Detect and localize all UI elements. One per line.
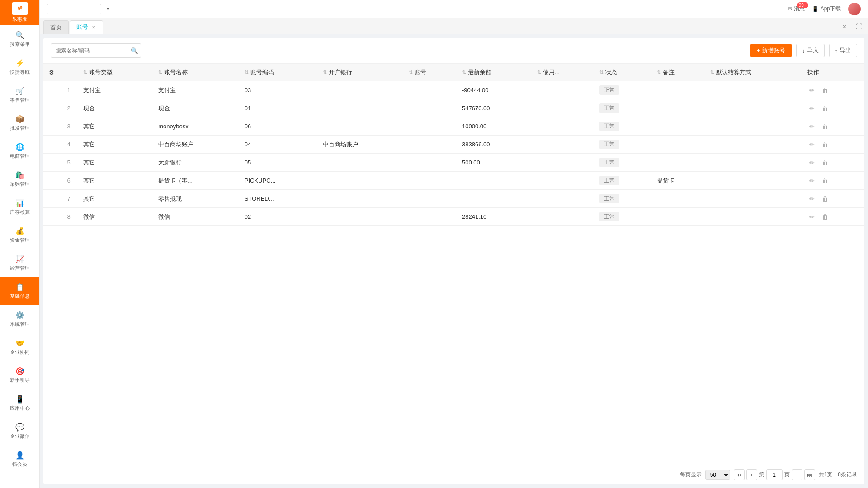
tab-account-close[interactable]: ✕ [91, 24, 96, 30]
edit-btn[interactable]: ✏ [807, 212, 816, 221]
row-usage [532, 117, 594, 136]
sidebar-item-capital-mgmt[interactable]: 💰 资金管理 [0, 221, 39, 249]
delete-btn[interactable]: 🗑 [820, 122, 830, 131]
row-code: STORED... [239, 190, 317, 208]
row-num: 7 [60, 190, 78, 208]
topbar-dropdown[interactable]: ▾ [107, 6, 109, 12]
sidebar-item-app-center[interactable]: 📱 应用中心 [0, 389, 39, 417]
edit-btn[interactable]: ✏ [807, 158, 816, 167]
th-default-settle[interactable]: ⇅默认结算方式 [705, 64, 802, 81]
th-remark[interactable]: ⇅备注 [651, 64, 705, 81]
sidebar-item-basic-info[interactable]: 📋 基础信息 [0, 277, 39, 305]
table-footer: 每页显示 50 100 200 ⏮ ‹ 第 页 › ⏭ 共1页，8条记录 [43, 465, 864, 484]
next-page-btn[interactable]: › [792, 469, 802, 480]
row-settings [43, 99, 60, 117]
sidebar-item-ops-mgmt[interactable]: 📈 经营管理 [0, 249, 39, 277]
sidebar-item-retail-mgmt[interactable]: 🛒 零售管理 [0, 81, 39, 109]
message-badge: 99+ [797, 2, 808, 8]
tab-home-label: 首页 [50, 23, 62, 32]
edit-btn[interactable]: ✏ [807, 122, 816, 131]
row-num: 1 [60, 81, 78, 99]
table-row: 5 其它 大新银行 05 500.00 正常 ✏ 🗑 [43, 154, 864, 172]
row-default-settle [705, 99, 802, 117]
ops-mgmt-icon: 📈 [15, 254, 24, 263]
row-ops: ✏ 🗑 [802, 99, 864, 117]
sidebar-item-quick-nav[interactable]: ⚡ 快捷导航 [0, 53, 39, 81]
edit-btn[interactable]: ✏ [807, 176, 816, 185]
row-settings [43, 117, 60, 136]
sidebar-item-member[interactable]: 👤 畅会员 [0, 445, 39, 473]
edit-btn[interactable]: ✏ [807, 104, 816, 113]
row-account [403, 81, 457, 99]
sidebar-item-sys-mgmt[interactable]: ⚙️ 系统管理 [0, 305, 39, 333]
export-btn[interactable]: ↑ 导出 [829, 44, 858, 57]
page-size-select[interactable]: 50 100 200 [705, 470, 730, 480]
row-type: 其它 [78, 117, 153, 136]
th-usage[interactable]: ⇅使用... [532, 64, 594, 81]
tab-account[interactable]: 账号✕ [70, 20, 103, 34]
th-settings[interactable]: ⚙ [43, 64, 60, 81]
edit-btn[interactable]: ✏ [807, 194, 816, 203]
row-default-settle [705, 117, 802, 136]
search-input[interactable] [51, 45, 128, 56]
sidebar: 鲜 乐惠版 🔍 搜索菜单 ⚡ 快捷导航 🛒 零售管理 📦 批发管理 🌐 电商管理… [0, 0, 40, 488]
th-account[interactable]: ⇅账号 [403, 64, 457, 81]
row-balance: -90444.00 [457, 81, 532, 99]
row-usage [532, 99, 594, 117]
user-avatar[interactable] [848, 3, 861, 15]
import-icon: ↓ [802, 47, 805, 54]
th-status[interactable]: ⇅状态 [594, 64, 651, 81]
sidebar-item-ecom-mgmt[interactable]: 🌐 电商管理 [0, 137, 39, 165]
th-bank[interactable]: ⇅开户银行 [317, 64, 404, 81]
table-container: ⚙ ⇅账号类型 ⇅账号名称 ⇅账号编码 ⇅开户银行 ⇅账号 ⇅最新余额 ⇅使用.… [43, 64, 864, 465]
tab-close-all-btn[interactable]: ✕ [839, 21, 850, 32]
table-header-row: ⚙ ⇅账号类型 ⇅账号名称 ⇅账号编码 ⇅开户银行 ⇅账号 ⇅最新余额 ⇅使用.… [43, 64, 864, 81]
row-type: 支付宝 [78, 81, 153, 99]
last-page-btn[interactable]: ⏭ [804, 469, 815, 480]
app-icon: 📱 [812, 6, 819, 12]
th-balance[interactable]: ⇅最新余额 [457, 64, 532, 81]
edit-btn[interactable]: ✏ [807, 86, 816, 95]
sidebar-item-enterprise-wechat[interactable]: 💬 企业微信 [0, 417, 39, 445]
delete-btn[interactable]: 🗑 [820, 140, 830, 149]
table-row: 7 其它 零售抵现 STORED... 正常 ✏ 🗑 [43, 190, 864, 208]
sidebar-item-wholesale-mgmt[interactable]: 📦 批发管理 [0, 109, 39, 137]
sidebar-item-search-menu[interactable]: 🔍 搜索菜单 [0, 25, 39, 53]
delete-btn[interactable]: 🗑 [820, 194, 830, 203]
page-input[interactable] [766, 469, 783, 480]
row-account [403, 117, 457, 136]
sidebar-item-enterprise-agreement[interactable]: 🤝 企业协同 [0, 333, 39, 361]
row-num: 5 [60, 154, 78, 172]
app-center-icon: 📱 [15, 394, 24, 404]
tab-fullscreen-btn[interactable]: ⛶ [854, 21, 864, 32]
row-type: 其它 [78, 190, 153, 208]
row-code: 02 [239, 208, 317, 226]
delete-btn[interactable]: 🗑 [820, 176, 830, 185]
tab-home[interactable]: 首页 [43, 20, 69, 34]
row-name: 大新银行 [153, 154, 239, 172]
prev-page-btn[interactable]: ‹ [746, 469, 757, 480]
edit-btn[interactable]: ✏ [807, 140, 816, 149]
delete-btn[interactable]: 🗑 [820, 104, 830, 113]
delete-btn[interactable]: 🗑 [820, 158, 830, 167]
first-page-btn[interactable]: ⏮ [734, 469, 745, 480]
topbar-search-input[interactable] [47, 4, 101, 14]
sidebar-item-inventory[interactable]: 📊 库存核算 [0, 193, 39, 221]
import-btn[interactable]: ↓ 导入 [796, 44, 825, 57]
message-btn[interactable]: ✉ 消息 99+ [788, 5, 805, 13]
search-button[interactable]: 🔍 [128, 44, 141, 57]
app-download-btn[interactable]: 📱 App下载 [812, 5, 841, 13]
table-row: 1 支付宝 支付宝 03 -90444.00 正常 ✏ 🗑 [43, 81, 864, 99]
logo-icon: 鲜 [12, 2, 28, 15]
row-code: 03 [239, 81, 317, 99]
th-type[interactable]: ⇅账号类型 [78, 64, 153, 81]
th-code[interactable]: ⇅账号编码 [239, 64, 317, 81]
delete-btn[interactable]: 🗑 [820, 212, 830, 221]
delete-btn[interactable]: 🗑 [820, 86, 830, 95]
row-ops: ✏ 🗑 [802, 172, 864, 190]
sidebar-item-new-guide[interactable]: 🎯 新手引导 [0, 361, 39, 389]
sidebar-item-purchase-mgmt[interactable]: 🛍️ 采购管理 [0, 165, 39, 193]
row-status: 正常 [594, 81, 651, 99]
new-account-btn[interactable]: + 新增账号 [750, 44, 792, 57]
th-name[interactable]: ⇅账号名称 [153, 64, 239, 81]
